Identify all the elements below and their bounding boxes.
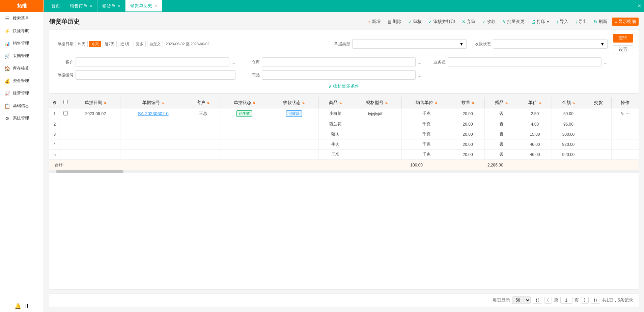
customer-input[interactable] <box>76 57 229 67</box>
content-area: 销货单历史 + 新增 🗑 删除 ✓ 审核 ✓ 审核并打印 <box>44 12 644 312</box>
print-label: 打印 <box>537 19 545 25</box>
cell-customer: 王总 <box>186 108 220 119</box>
tab-sales-delivery[interactable]: 销货单 ✕ <box>97 0 125 12</box>
cell-doc-status: 已生效 <box>220 108 269 119</box>
tab-sales-history[interactable]: 销货单历史 ✕ <box>125 0 162 12</box>
tab-home[interactable]: 首页 <box>47 0 65 12</box>
date-btn-1month[interactable]: 近1月 <box>118 41 132 47</box>
prev-page-button[interactable]: ⟨ <box>544 297 552 304</box>
date-btn-today[interactable]: 今天 <box>89 41 101 47</box>
sidebar-item-finance-mgmt[interactable]: 💰 资金管理 <box>0 75 44 87</box>
salesman-dots[interactable]: ... <box>604 59 608 65</box>
audit-button[interactable]: ✓ 审核 <box>406 18 424 26</box>
sidebar-item-search-menu[interactable]: ☰ 搜索菜单 <box>0 12 44 25</box>
filter-goods: 商品 ... <box>241 70 422 80</box>
row-checkbox[interactable] <box>63 111 68 115</box>
cell-transaction <box>585 108 612 119</box>
receive-button[interactable]: ✓ 收款 <box>480 18 498 26</box>
doc-no-link[interactable]: SA-20230602-0 <box>138 111 169 116</box>
date-btn-yesterday[interactable]: 昨天 <box>76 41 88 47</box>
cell-doc-date <box>71 150 120 160</box>
salesman-input[interactable] <box>448 57 601 67</box>
scrollbar-thumb[interactable] <box>56 170 123 173</box>
doc-type-select[interactable]: ▼ <box>352 39 467 49</box>
close-all-tabs[interactable]: ✕ <box>638 3 641 8</box>
date-btn-7days[interactable]: 近7天 <box>103 41 117 47</box>
cell-spec <box>352 129 401 139</box>
th-doc-status[interactable]: 单据状态 ⇅ <box>220 97 269 108</box>
per-page-select[interactable]: 50 100 200 <box>512 296 531 304</box>
setting-button[interactable]: 设置 <box>613 45 633 54</box>
tab-home-label: 首页 <box>51 0 60 12</box>
discard-button[interactable]: ✕ 弃审 <box>460 18 477 26</box>
query-button[interactable]: 查询 <box>613 34 633 43</box>
th-settings[interactable]: ⚙ <box>49 97 60 108</box>
next-page-button[interactable]: ⟩ <box>581 297 589 304</box>
print-button[interactable]: 🖨 打印 ▼ <box>529 18 552 26</box>
sidebar-item-sales-mgmt[interactable]: 📊 销售管理 <box>0 37 44 50</box>
filter-payment-status: 收款状态 ▼ <box>472 39 608 49</box>
doc-no-label: 单据编号 <box>55 72 74 78</box>
payment-status-select[interactable]: ▼ <box>493 39 608 49</box>
cell-doc-status <box>220 129 269 139</box>
notification-icon[interactable]: 🔔 <box>15 303 21 309</box>
sidebar-item-purchase-mgmt[interactable]: 🛒 采购管理 <box>0 50 44 62</box>
collapse-filter-button[interactable]: ∧ 收起更多条件 <box>55 83 633 89</box>
th-doc-no[interactable]: 单据编号 ⇅ <box>120 97 186 108</box>
th-gift[interactable]: 赠品 ⇅ <box>484 97 518 108</box>
th-unit-price[interactable]: 单价 ⇅ <box>518 97 552 108</box>
th-qty[interactable]: 数量 ⇅ <box>451 97 484 108</box>
sidebar-item-basic-info[interactable]: 📋 基础信息 <box>0 100 44 112</box>
last-page-button[interactable]: ⟩⟩ <box>591 297 600 304</box>
date-btn-custom[interactable]: 自定义 <box>147 41 163 47</box>
new-button[interactable]: + 新增 <box>366 18 383 26</box>
batch-change-button[interactable]: ✎ 批量变更 <box>500 18 527 26</box>
th-goods[interactable]: 商品 ⇅ <box>318 97 352 108</box>
goods-dots[interactable]: ... <box>418 72 422 78</box>
refresh-button[interactable]: ↻ 刷新 <box>592 18 609 26</box>
sidebar-item-inventory-calc[interactable]: 🏠 库存核算 <box>0 62 44 75</box>
delete-label: 删除 <box>393 19 401 25</box>
select-all-checkbox[interactable] <box>63 100 68 104</box>
more-action-button[interactable]: ⋯ <box>625 111 630 116</box>
import-button[interactable]: ↑ 导入 <box>554 18 570 26</box>
tab-sales-order[interactable]: 销售订单 ✕ <box>65 0 97 12</box>
doc-no-input[interactable] <box>76 70 235 80</box>
export-button[interactable]: ↓ 导出 <box>573 18 589 26</box>
tab-sales-history-label: 销货单历史 <box>130 0 152 12</box>
close-sales-order-tab[interactable]: ✕ <box>89 0 92 12</box>
first-page-button[interactable]: ⟨⟨ <box>533 297 542 304</box>
date-btn-more[interactable]: 更多 <box>134 41 146 47</box>
sidebar-item-sys-mgmt[interactable]: ⚙ 系统管理 <box>0 112 44 125</box>
show-detail-button[interactable]: ≡ 显示明细 <box>612 18 639 26</box>
table-settings-icon[interactable]: ⚙ <box>53 100 57 105</box>
close-sales-delivery-tab[interactable]: ✕ <box>117 0 120 12</box>
tab-sales-delivery-label: 销货单 <box>102 0 115 12</box>
audit-print-button[interactable]: ✓ 审核并打印 <box>426 18 457 26</box>
customer-dots[interactable]: ... <box>231 59 235 65</box>
delete-button[interactable]: 🗑 删除 <box>385 18 403 26</box>
goods-input[interactable] <box>262 70 416 80</box>
warehouse-input[interactable] <box>262 57 416 67</box>
page-number-input[interactable] <box>560 297 572 304</box>
th-doc-date[interactable]: 单据日期 ⇅ <box>71 97 120 108</box>
th-amount[interactable]: 金额 ⇅ <box>552 97 585 108</box>
date-filter-label: 单据日期 <box>55 41 74 47</box>
th-customer[interactable]: 客户 ⇅ <box>186 97 220 108</box>
audit-print-icon: ✓ <box>428 19 432 24</box>
th-unit[interactable]: 销售单位 ⇅ <box>401 97 451 108</box>
pause-icon[interactable]: ⏸ <box>24 303 29 309</box>
cell-transaction <box>585 119 612 129</box>
warehouse-dots[interactable]: ... <box>418 59 422 65</box>
quick-nav-icon: ⚡ <box>4 28 10 34</box>
horizontal-scrollbar[interactable] <box>49 170 639 173</box>
summary-label: 合计: <box>55 162 82 168</box>
sidebar-item-label: 快捷导航 <box>13 28 29 34</box>
sidebar-item-quick-nav[interactable]: ⚡ 快捷导航 <box>0 25 44 37</box>
refresh-icon: ↻ <box>594 19 597 24</box>
th-spec[interactable]: 规格型号 ⇅ <box>352 97 401 108</box>
sidebar-item-ops-mgmt[interactable]: 📈 经营管理 <box>0 87 44 100</box>
th-payment-status[interactable]: 收款状态 ⇅ <box>269 97 318 108</box>
edit-action-button[interactable]: ✎ <box>620 111 624 116</box>
close-sales-history-tab[interactable]: ✕ <box>154 0 157 12</box>
